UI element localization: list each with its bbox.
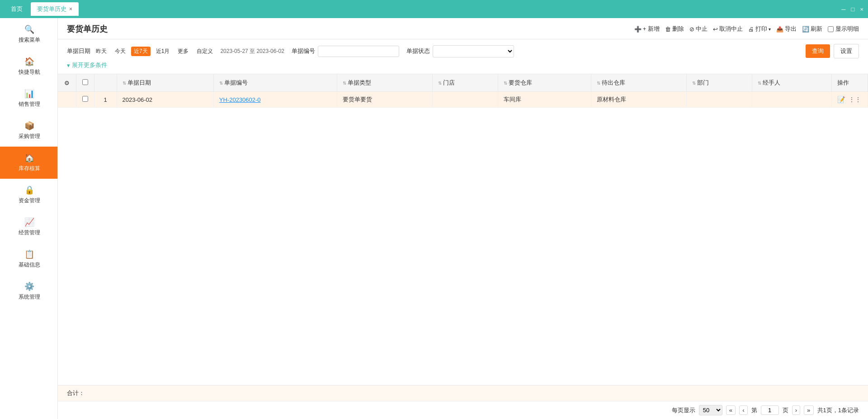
content-area: 要货单历史 ➕ + 新增 🗑 删除 ⊘ 中止 ↩ xyxy=(58,18,868,419)
row-doc-no[interactable]: YH-20230602-0 xyxy=(213,92,337,108)
date-tag-today[interactable]: 今天 xyxy=(112,47,128,56)
cancel-stop-button[interactable]: ↩ 取消中止 xyxy=(713,25,743,33)
th-pending-warehouse[interactable]: 待出仓库 xyxy=(591,74,687,92)
row-req-warehouse: 车间库 xyxy=(498,92,591,108)
row-edit-icon[interactable]: 📝 xyxy=(837,96,845,103)
expand-conditions-btn[interactable]: ▾ 展开更多条件 xyxy=(67,61,859,69)
print-label: 打印 xyxy=(755,25,767,33)
add-label: + 新增 xyxy=(643,25,660,33)
th-req-warehouse[interactable]: 要货仓库 xyxy=(498,74,591,92)
export-icon: 📤 xyxy=(776,26,783,33)
window-maximize[interactable]: □ xyxy=(851,6,855,13)
last-page-button[interactable]: » xyxy=(804,405,813,415)
date-tag-yesterday[interactable]: 昨天 xyxy=(93,47,109,56)
sidebar-item-search-menu[interactable]: 🔍 搜索菜单 xyxy=(0,18,57,50)
pagination: 每页显示 50 100 200 « ‹ 第 页 › » 共1页，1条记录 xyxy=(58,401,868,419)
sidebar-item-label: 系统管理 xyxy=(19,293,40,301)
th-action: 操作 xyxy=(832,74,868,92)
export-button[interactable]: 📤 导出 xyxy=(776,25,797,33)
th-doc-type[interactable]: 单据类型 xyxy=(337,74,433,92)
system-icon: ⚙️ xyxy=(24,281,34,291)
sidebar-item-finance[interactable]: 🔒 资金管理 xyxy=(0,179,57,211)
doc-no-link[interactable]: YH-20230602-0 xyxy=(219,96,261,103)
per-page-select[interactable]: 50 100 200 xyxy=(699,405,722,415)
table-header-row: ⚙ 单据日期 单据编号 单据类型 门店 要货仓库 待出仓库 部门 经手人 操作 xyxy=(58,74,868,92)
row-date: 2023-06-02 xyxy=(117,92,213,108)
table-wrapper: ⚙ 单据日期 单据编号 单据类型 门店 要货仓库 待出仓库 部门 经手人 操作 xyxy=(58,74,868,385)
doc-no-input[interactable] xyxy=(318,46,399,57)
filter-status: 单据状态 xyxy=(406,45,514,57)
top-bar: 首页 要货单历史 × ─ □ × xyxy=(0,0,868,18)
operations-icon: 📈 xyxy=(24,217,34,227)
sidebar-item-label: 经营管理 xyxy=(19,229,40,237)
sidebar-item-label: 资金管理 xyxy=(19,197,40,205)
date-tag-7days[interactable]: 近7天 xyxy=(131,47,151,56)
sidebar-item-label: 库存核算 xyxy=(19,165,40,172)
sidebar-item-label: 采购管理 xyxy=(19,133,40,140)
th-handler[interactable]: 经手人 xyxy=(752,74,832,92)
page-title-row: 要货单历史 ➕ + 新增 🗑 删除 ⊘ 中止 ↩ xyxy=(67,24,859,39)
date-filter-label: 单据日期 xyxy=(67,47,90,55)
first-page-button[interactable]: « xyxy=(726,405,736,415)
th-department[interactable]: 部门 xyxy=(687,74,752,92)
sales-icon: 📊 xyxy=(24,89,34,99)
select-all-checkbox[interactable] xyxy=(82,79,88,85)
sidebar-item-system[interactable]: ⚙️ 系统管理 xyxy=(0,275,57,307)
add-icon: ➕ xyxy=(634,26,642,33)
sidebar-item-quick-nav[interactable]: 🏠 快捷导航 xyxy=(0,50,57,82)
sidebar-item-sales[interactable]: 📊 销售管理 xyxy=(0,82,57,114)
page-number-input[interactable] xyxy=(761,405,779,415)
page-header: 要货单历史 ➕ + 新增 🗑 删除 ⊘ 中止 ↩ xyxy=(58,18,868,39)
tab-home[interactable]: 首页 xyxy=(5,2,29,16)
delete-button[interactable]: 🗑 删除 xyxy=(665,25,684,33)
tab-active-label: 要货单历史 xyxy=(37,5,66,13)
tab-requisition-history[interactable]: 要货单历史 × xyxy=(31,2,79,16)
display-detail-checkbox[interactable] xyxy=(828,26,834,32)
print-button[interactable]: 🖨 打印 ▾ xyxy=(748,25,771,33)
th-num xyxy=(94,74,117,92)
row-select-checkbox[interactable] xyxy=(82,96,88,102)
sidebar-item-inventory[interactable]: 🏠 库存核算 xyxy=(0,147,57,179)
total-info: 共1页，1条记录 xyxy=(817,406,859,414)
sidebar-item-operations[interactable]: 📈 经营管理 xyxy=(0,211,57,243)
stop-button[interactable]: ⊘ 中止 xyxy=(689,25,708,33)
date-tag-custom[interactable]: 自定义 xyxy=(194,47,216,56)
filter-date: 单据日期 昨天 今天 近7天 近1月 更多 自定义 2023-05-27 至 2… xyxy=(67,47,284,56)
status-select[interactable] xyxy=(433,45,514,57)
th-date[interactable]: 单据日期 xyxy=(117,74,213,92)
status-label: 单据状态 xyxy=(406,47,430,55)
sidebar-item-basic-info[interactable]: 📋 基础信息 xyxy=(0,243,57,275)
prev-page-button[interactable]: ‹ xyxy=(739,405,747,415)
top-bar-right: ─ □ × xyxy=(841,6,863,13)
delete-label: 删除 xyxy=(672,25,684,33)
display-detail-toggle[interactable]: 显示明细 xyxy=(828,25,859,33)
window-minimize[interactable]: ─ xyxy=(841,6,845,13)
table-footer: 合计： xyxy=(58,385,868,401)
th-doc-no[interactable]: 单据编号 xyxy=(213,74,337,92)
quick-nav-icon: 🏠 xyxy=(24,57,34,67)
row-doc-type: 要货单要货 xyxy=(337,92,433,108)
row-checkbox[interactable] xyxy=(76,92,94,108)
th-store[interactable]: 门店 xyxy=(433,74,498,92)
refresh-button[interactable]: 🔄 刷新 xyxy=(802,25,822,33)
add-button[interactable]: ➕ + 新增 xyxy=(634,25,660,33)
query-button[interactable]: 查询 xyxy=(806,44,830,58)
th-settings[interactable]: ⚙ xyxy=(58,74,76,92)
date-tag-1month[interactable]: 近1月 xyxy=(153,47,173,56)
row-action: 📝 ⋮⋮ xyxy=(832,92,868,108)
settings-button[interactable]: 设置 xyxy=(834,44,859,58)
window-close[interactable]: × xyxy=(860,6,863,13)
date-tag-more[interactable]: 更多 xyxy=(175,47,191,56)
sidebar: 🔍 搜索菜单 🏠 快捷导航 📊 销售管理 📦 采购管理 🏠 库存核算 🔒 资金管… xyxy=(0,18,58,419)
delete-icon: 🗑 xyxy=(665,26,671,33)
row-delete-icon[interactable]: ⋮⋮ xyxy=(849,96,861,103)
page-title: 要货单历史 xyxy=(67,24,108,34)
print-dropdown-icon: ▾ xyxy=(769,27,771,32)
date-range-display: 2023-05-27 至 2023-06-02 xyxy=(220,48,284,55)
sidebar-item-purchase[interactable]: 📦 采购管理 xyxy=(0,114,57,147)
expand-icon: ▾ xyxy=(67,62,70,69)
basic-info-icon: 📋 xyxy=(24,249,34,259)
tab-close-icon[interactable]: × xyxy=(69,6,72,12)
next-page-button[interactable]: › xyxy=(792,405,800,415)
data-table: ⚙ 单据日期 单据编号 单据类型 门店 要货仓库 待出仓库 部门 经手人 操作 xyxy=(58,74,868,108)
